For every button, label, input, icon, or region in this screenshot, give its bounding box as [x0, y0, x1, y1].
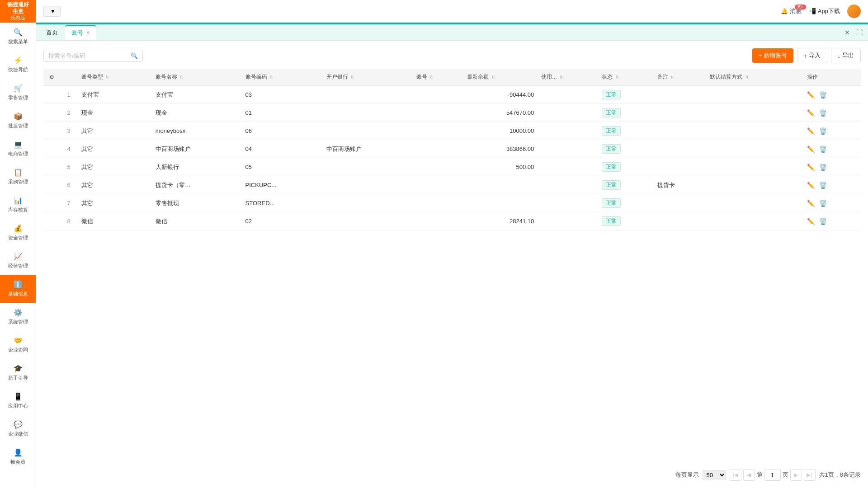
tab-home[interactable]: 首页: [40, 26, 64, 39]
th-operation: 操作: [803, 69, 861, 86]
tab-fullscreen-action[interactable]: ⛶: [854, 28, 864, 37]
user-avatar[interactable]: [847, 5, 861, 18]
sidebar-item-inventory[interactable]: 📊 库存核算: [0, 191, 36, 219]
th-row-num: [60, 69, 78, 86]
edit-button[interactable]: ✏️: [807, 200, 815, 207]
sidebar-item-retail[interactable]: 🛒 零售管理: [0, 79, 36, 107]
delete-button[interactable]: 🗑️: [819, 164, 827, 171]
cell-remark: [654, 212, 706, 230]
sidebar-item-ecommerce[interactable]: 💻 电商管理: [0, 135, 36, 163]
edit-button[interactable]: ✏️: [807, 127, 815, 135]
cell-account-no: [413, 86, 464, 104]
main-area: ▼ 🔔 消息 99+ 📲 App下载 首页 账号 ✕: [36, 0, 868, 488]
cell-account-no: [413, 212, 464, 230]
cell-default-settlement: [706, 86, 803, 104]
enterprise-agreement-icon: 🤝: [14, 336, 23, 345]
export-icon: ↓: [838, 52, 841, 59]
edit-button[interactable]: ✏️: [807, 164, 815, 171]
sidebar-item-capital[interactable]: 💰 资金管理: [0, 219, 36, 247]
sidebar-item-enterprise-wechat[interactable]: 💬 企业微信: [0, 415, 36, 443]
last-page-button[interactable]: ▶|: [804, 469, 816, 481]
sidebar-item-search[interactable]: 🔍 搜索菜单: [0, 23, 36, 51]
top-header-left: ▼: [43, 6, 61, 17]
export-button[interactable]: ↓ 导出: [831, 48, 861, 63]
edit-button[interactable]: ✏️: [807, 145, 815, 153]
table-row: 5 其它 大新银行 05 500.00 正常 ✏️ 🗑️: [43, 158, 861, 176]
sidebar-item-system[interactable]: ⚙️ 系统管理: [0, 303, 36, 331]
sidebar-item-beginner-guide[interactable]: 🎓 新手引导: [0, 359, 36, 387]
tab-accounts[interactable]: 账号 ✕: [65, 25, 96, 40]
page-size-dropdown[interactable]: 50 100 200: [703, 470, 726, 480]
sidebar-item-enterprise-agreement[interactable]: 🤝 企业协同: [0, 331, 36, 359]
cell-settings: [43, 158, 60, 176]
tab-close-action[interactable]: ✕: [843, 28, 852, 37]
sidebar-item-wholesale[interactable]: 📦 批发管理: [0, 107, 36, 135]
accounts-table-container: ⚙ 账号类型 ⇅ 账号名称 ⇅ 账号编码 ⇅ 开户银行 ⇅ 账号 ⇅ 最新余额 …: [43, 69, 861, 464]
cell-row-num: 5: [60, 158, 78, 176]
th-account-name[interactable]: 账号名称 ⇅: [152, 69, 242, 86]
delete-button[interactable]: 🗑️: [819, 200, 827, 207]
sidebar-item-quick-nav[interactable]: ⚡ 快捷导航: [0, 51, 36, 79]
table-row: 6 其它 提货卡（零… PICKUPC... 正常 提货卡 ✏️ 🗑️: [43, 176, 861, 194]
cell-latest-balance: [463, 176, 538, 194]
th-latest-balance[interactable]: 最新余额 ⇅: [463, 69, 538, 86]
cell-account-name: 现金: [152, 104, 242, 122]
sidebar-item-basic-info[interactable]: ℹ️ 基础信息: [0, 275, 36, 303]
tab-close-icon[interactable]: ✕: [86, 30, 90, 36]
delete-button[interactable]: 🗑️: [819, 127, 827, 135]
sidebar: 畅捷通好生意乐惠版 🔍 搜索菜单 ⚡ 快捷导航 🛒 零售管理 📦 批发管理 💻 …: [0, 0, 36, 488]
delete-button[interactable]: 🗑️: [819, 145, 827, 153]
delete-button[interactable]: 🗑️: [819, 91, 827, 99]
sidebar-item-label-search: 搜索菜单: [8, 38, 28, 45]
edit-button[interactable]: ✏️: [807, 182, 815, 189]
cell-open-bank: [323, 176, 413, 194]
edit-button[interactable]: ✏️: [807, 218, 815, 225]
edit-button[interactable]: ✏️: [807, 109, 815, 117]
table-row: 7 其它 零售抵现 STORED... 正常 ✏️ 🗑️: [43, 194, 861, 212]
delete-button[interactable]: 🗑️: [819, 182, 827, 189]
search-box[interactable]: 🔍: [43, 50, 143, 62]
sidebar-item-label-wholesale: 批发管理: [8, 122, 28, 129]
sidebar-item-app-center[interactable]: 📱 应用中心: [0, 387, 36, 415]
import-button[interactable]: ↑ 导入: [797, 48, 827, 63]
cell-account-no: [413, 122, 464, 140]
first-page-button[interactable]: |◀: [730, 469, 741, 481]
th-settings[interactable]: ⚙: [43, 69, 60, 86]
th-account-no[interactable]: 账号 ⇅: [413, 69, 464, 86]
search-input[interactable]: [48, 52, 128, 59]
th-usage[interactable]: 使用... ⇅: [538, 69, 598, 86]
page-number-input[interactable]: [764, 469, 781, 481]
th-account-type[interactable]: 账号类型 ⇅: [78, 69, 152, 86]
add-account-button[interactable]: + 新增账号: [752, 48, 793, 63]
sidebar-item-purchase[interactable]: 📋 采购管理: [0, 163, 36, 191]
cell-row-num: 2: [60, 104, 78, 122]
dropdown-arrow-icon: ▼: [50, 8, 56, 14]
cell-account-type: 支付宝: [78, 86, 152, 104]
th-open-bank[interactable]: 开户银行 ⇅: [323, 69, 413, 86]
delete-button[interactable]: 🗑️: [819, 109, 827, 117]
prev-page-button[interactable]: ◀: [743, 469, 755, 481]
messages-button[interactable]: 🔔 消息 99+: [781, 7, 802, 15]
th-remark[interactable]: 备注 ⇅: [654, 69, 706, 86]
cell-account-name: 提货卡（零…: [152, 176, 242, 194]
table-row: 1 支付宝 支付宝 03 -90444.00 正常 ✏️ 🗑️: [43, 86, 861, 104]
app-download-button[interactable]: 📲 App下载: [809, 7, 840, 15]
sidebar-item-operations[interactable]: 📈 经营管理: [0, 247, 36, 275]
cell-account-type: 其它: [78, 176, 152, 194]
th-account-code[interactable]: 账号编码 ⇅: [242, 69, 323, 86]
cell-account-type: 其它: [78, 158, 152, 176]
cell-account-code: 05: [242, 158, 323, 176]
cell-account-name: 大新银行: [152, 158, 242, 176]
message-bell-icon: 🔔: [781, 8, 788, 14]
sidebar-item-member[interactable]: 👤 畅会员: [0, 443, 36, 471]
next-page-button[interactable]: ▶: [790, 469, 802, 481]
inventory-icon: 📊: [14, 196, 23, 205]
sidebar-item-label-system: 系统管理: [8, 319, 28, 325]
th-default-settlement[interactable]: 默认结算方式 ⇅: [706, 69, 803, 86]
th-status[interactable]: 状态 ⇅: [598, 69, 654, 86]
delete-button[interactable]: 🗑️: [819, 218, 827, 225]
company-dropdown[interactable]: ▼: [43, 6, 61, 17]
edit-button[interactable]: ✏️: [807, 91, 815, 99]
page-size-select[interactable]: 50 100 200: [703, 470, 726, 480]
cell-open-bank: 中百商场账户: [323, 140, 413, 158]
